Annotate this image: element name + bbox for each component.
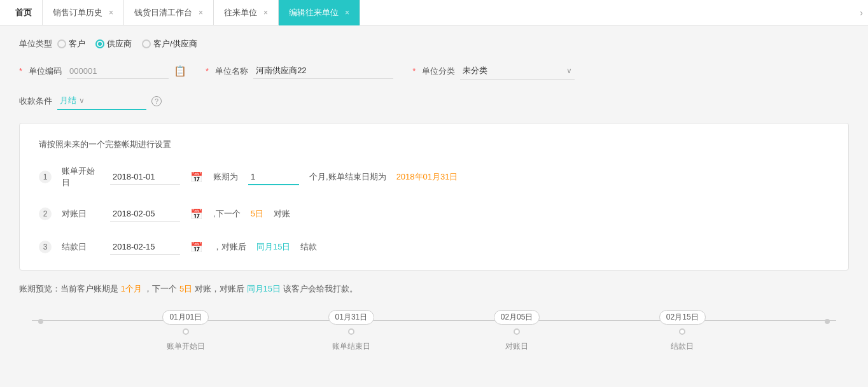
payment-value: 月结 <box>60 95 76 106</box>
timeline-badge-1: 01月01日 <box>162 310 209 325</box>
timeline-wrapper: 01月01日 账单开始日 01月31日 账单结束日 02月05日 对账日 02月… <box>19 310 849 352</box>
tabs-bar: 首页 销售订单历史 × 钱货日清工作台 × 往来单位 × 编辑往来单位 × › <box>0 0 868 25</box>
timeline-start-dot <box>38 317 43 324</box>
tab-sales-order-label: 销售订单历史 <box>53 7 102 18</box>
unit-category-required: * <box>412 66 416 76</box>
timeline-dot-4 <box>679 328 685 335</box>
unit-name-required: * <box>206 66 209 76</box>
end-dot <box>825 319 830 324</box>
period-unit-1: 个月,账单结束日期为 <box>309 171 386 183</box>
period-suffix-1: 账期为 <box>213 171 238 183</box>
period-months-input[interactable] <box>248 169 299 185</box>
payment-row: 收款条件 月结 ∨ ? <box>19 92 849 110</box>
unit-category-select[interactable]: 未分类 ∨ <box>460 62 575 80</box>
tab-partner-units[interactable]: 往来单位 × <box>214 0 279 25</box>
timeline-label-4: 结款日 <box>671 341 694 352</box>
period-prefix-2: ,下一个 <box>213 208 241 220</box>
period-highlight-3: 同月15日 <box>256 241 290 253</box>
reconcile-date-input[interactable] <box>110 206 180 222</box>
tab-edit-partner[interactable]: 编辑往来单位 × <box>279 0 360 25</box>
timeline-point-4: 02月15日 结款日 <box>659 310 706 352</box>
timeline-point-1: 01月01日 账单开始日 <box>162 310 209 352</box>
payment-field: 收款条件 月结 ∨ ? <box>19 92 162 110</box>
help-icon[interactable]: ? <box>151 96 162 106</box>
payment-select[interactable]: 月结 ∨ <box>57 92 146 110</box>
unit-type-row: 单位类型 客户 供应商 客户/供应商 <box>19 38 849 50</box>
timeline-point-2: 01月31日 账单结束日 <box>328 310 375 352</box>
preview-sep2: 对账，对账后 <box>195 284 244 293</box>
main-content: 单位类型 客户 供应商 客户/供应商 * 单位编码 <box>0 25 868 387</box>
tab-partner-units-label: 往来单位 <box>224 7 257 18</box>
start-date-input[interactable] <box>110 169 180 185</box>
period-row-2: 2 对账日 📅 ,下一个 5日 对账 <box>39 206 829 222</box>
period-num-3: 3 <box>39 241 52 253</box>
radio-supplier-label: 供应商 <box>107 38 132 50</box>
tab-partner-units-close[interactable]: × <box>263 8 268 17</box>
radio-customer[interactable]: 客户 <box>57 38 85 50</box>
period-title: 请按照未来的一个完整帐期进行设置 <box>39 139 829 150</box>
preview-part2: 5日 <box>179 284 192 293</box>
tab-cash-ledger-close[interactable]: × <box>199 8 203 17</box>
radio-supplier[interactable]: 供应商 <box>95 38 132 50</box>
unit-code-label: 单位编码 <box>29 66 62 77</box>
period-end-date-1: 2018年01月31日 <box>396 171 458 183</box>
timeline-point-3: 02月05日 对账日 <box>494 310 540 352</box>
tab-home[interactable]: 首页 <box>5 0 43 25</box>
tabs-arrow[interactable]: › <box>860 8 863 18</box>
tab-edit-partner-close[interactable]: × <box>345 8 349 17</box>
unit-type-field: 单位类型 客户 供应商 客户/供应商 <box>19 38 197 50</box>
unit-code-field: * 单位编码 📋 <box>19 64 186 79</box>
period-label-2: 对账日 <box>62 208 100 220</box>
period-suffix-3: 结款 <box>300 241 317 253</box>
unit-type-label: 单位类型 <box>19 38 52 50</box>
payment-date-input[interactable] <box>110 239 180 255</box>
period-num-1: 1 <box>39 171 52 183</box>
preview-suffix: 该客户会给我打款。 <box>283 284 358 293</box>
preview-label: 账期预览：当前客户账期是 <box>19 284 118 293</box>
timeline-points: 01月01日 账单开始日 01月31日 账单结束日 02月05日 对账日 02月… <box>38 310 830 352</box>
timeline-badge-4: 02月15日 <box>659 310 706 325</box>
tab-cash-ledger[interactable]: 钱货日清工作台 × <box>124 0 214 25</box>
unit-name-label: 单位名称 <box>215 66 248 77</box>
preview-sep1: ，下一个 <box>144 284 177 293</box>
unit-code-required: * <box>19 66 22 76</box>
unit-info-row: * 单位编码 📋 * 单位名称 * 单位分类 未分类 ∨ <box>19 62 849 80</box>
chevron-down-icon: ∨ <box>566 66 572 75</box>
timeline-end-dot <box>825 317 830 324</box>
tab-edit-partner-label: 编辑往来单位 <box>289 7 339 18</box>
timeline-dot-2 <box>348 328 354 335</box>
period-settings-box: 请按照未来的一个完整帐期进行设置 1 账单开始日 📅 账期为 个月,账单结束日期… <box>19 123 849 271</box>
payment-date-cal-icon[interactable]: 📅 <box>190 241 203 253</box>
start-date-cal-icon[interactable]: 📅 <box>190 171 203 183</box>
timeline-dot-3 <box>514 328 520 335</box>
payment-chevron-icon: ∨ <box>79 96 85 105</box>
period-row-3: 3 结款日 📅 ，对账后 同月15日 结款 <box>39 239 829 255</box>
tab-cash-ledger-label: 钱货日清工作台 <box>134 7 192 18</box>
unit-category-field: * 单位分类 未分类 ∨ <box>412 62 575 80</box>
tab-sales-order-close[interactable]: × <box>109 8 113 17</box>
period-label-3: 结款日 <box>62 241 100 253</box>
radio-group-unit-type: 客户 供应商 客户/供应商 <box>57 38 197 50</box>
period-prefix-3: ，对账后 <box>213 241 246 253</box>
radio-customer-supplier-label: 客户/供应商 <box>153 38 197 50</box>
unit-category-value: 未分类 <box>463 65 561 76</box>
period-suffix-2: 对账 <box>274 208 290 220</box>
timeline-label-2: 账单结束日 <box>332 341 370 352</box>
period-highlight-2: 5日 <box>251 208 263 220</box>
tab-sales-order[interactable]: 销售订单历史 × <box>43 0 124 25</box>
radio-customer-label: 客户 <box>69 38 85 50</box>
period-label-1: 账单开始日 <box>62 165 100 188</box>
timeline-dot-1 <box>183 328 189 335</box>
timeline-badge-3: 02月05日 <box>494 310 540 325</box>
radio-customer-supplier[interactable]: 客户/供应商 <box>142 38 197 50</box>
unit-code-input[interactable] <box>67 64 169 79</box>
start-dot <box>38 319 43 324</box>
unit-category-label: 单位分类 <box>422 66 455 77</box>
reconcile-date-cal-icon[interactable]: 📅 <box>190 208 203 220</box>
unit-name-input[interactable] <box>253 64 393 79</box>
period-row-1: 1 账单开始日 📅 账期为 个月,账单结束日期为 2018年01月31日 <box>39 165 829 188</box>
unit-code-icon[interactable]: 📋 <box>174 65 186 77</box>
preview-section: 账期预览：当前客户账期是 1个月 ，下一个 5日 对账，对账后 同月15日 该客… <box>19 283 849 295</box>
radio-customer-circle <box>57 39 66 48</box>
preview-part1: 1个月 <box>121 284 142 293</box>
